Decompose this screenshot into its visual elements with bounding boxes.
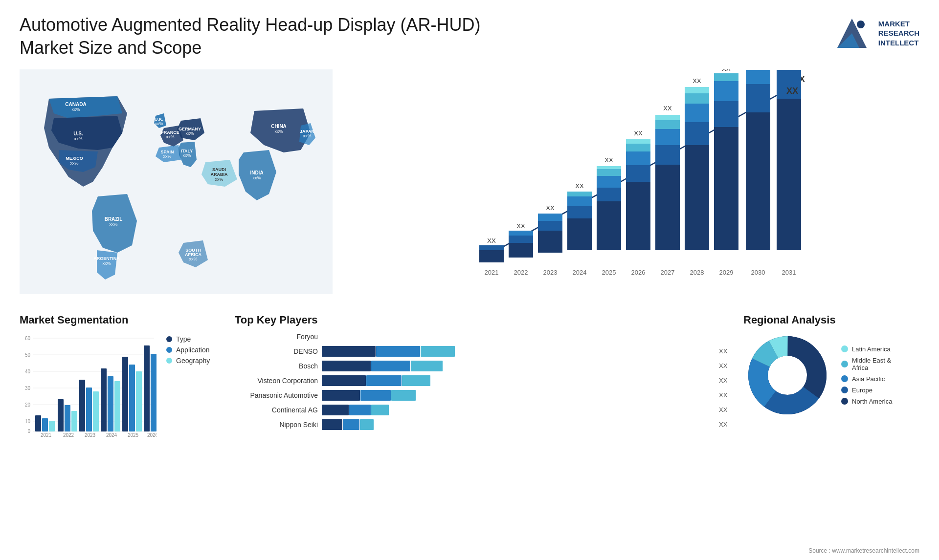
- legend-europe: Europe: [841, 387, 892, 394]
- key-players-section: Top Key Players Foryou DENSO XX Bosch XX: [235, 314, 734, 434]
- svg-rect-50: [538, 214, 562, 221]
- svg-rect-90: [714, 73, 738, 81]
- svg-text:2027: 2027: [661, 269, 675, 276]
- legend-label-geography: Geography: [176, 357, 210, 365]
- svg-rect-44: [509, 236, 533, 243]
- svg-rect-76: [655, 120, 680, 129]
- title-line2: Market Size and Scope: [20, 38, 201, 58]
- dot-latin-america: [841, 345, 848, 352]
- svg-text:ARGENTINA: ARGENTINA: [93, 256, 120, 261]
- svg-rect-133: [136, 371, 142, 431]
- svg-text:CANADA: CANADA: [65, 102, 86, 107]
- svg-text:xx%: xx%: [185, 131, 194, 136]
- svg-point-144: [769, 357, 806, 394]
- svg-text:XX: XX: [693, 77, 701, 85]
- label-mea: Middle East &Africa: [852, 357, 891, 371]
- svg-rect-129: [114, 381, 120, 431]
- svg-text:xx%: xx%: [70, 161, 78, 166]
- player-bar-seg: [322, 346, 376, 357]
- svg-text:2023: 2023: [85, 432, 96, 438]
- svg-text:60: 60: [25, 336, 31, 341]
- svg-text:2031: 2031: [782, 269, 796, 276]
- svg-text:xx%: xx%: [182, 153, 191, 158]
- svg-rect-117: [49, 421, 55, 431]
- svg-rect-116: [42, 418, 48, 431]
- svg-point-2: [857, 21, 865, 28]
- svg-text:ARABIA: ARABIA: [211, 172, 228, 177]
- logo-text: MARKET RESEARCH INTELLECT: [878, 19, 919, 48]
- svg-rect-127: [101, 368, 107, 431]
- logo-line1: MARKET: [878, 19, 919, 29]
- svg-rect-49: [538, 221, 562, 231]
- logo-icon: [832, 14, 872, 53]
- segmentation-chart: 60 50 40 30 20 10 0: [20, 331, 156, 444]
- svg-rect-89: [714, 81, 738, 101]
- dot-europe: [841, 387, 848, 393]
- svg-text:XX: XX: [722, 69, 731, 72]
- svg-text:XX: XX: [487, 237, 496, 244]
- legend-label-application: Application: [176, 346, 210, 354]
- legend-type: Type: [166, 335, 210, 343]
- svg-text:xx%: xx%: [71, 107, 80, 112]
- svg-rect-39: [479, 250, 504, 262]
- svg-rect-84: [685, 87, 709, 93]
- svg-rect-97: [777, 99, 801, 250]
- svg-text:xx%: xx%: [189, 257, 197, 261]
- svg-rect-55: [567, 196, 592, 206]
- svg-text:50: 50: [25, 352, 31, 358]
- legend-dot-geography: [166, 358, 172, 364]
- svg-rect-131: [122, 357, 128, 431]
- svg-rect-121: [71, 411, 77, 431]
- bottom-section: Market Segmentation 60 50 40 30 20 10 0: [0, 304, 939, 451]
- svg-rect-83: [685, 93, 709, 104]
- svg-rect-54: [567, 206, 592, 218]
- svg-rect-82: [685, 104, 709, 122]
- svg-text:2022: 2022: [514, 269, 528, 276]
- logo-block: MARKET RESEARCH INTELLECT: [832, 14, 919, 53]
- svg-rect-63: [597, 166, 621, 169]
- svg-text:2028: 2028: [690, 269, 704, 276]
- svg-text:SAUDI: SAUDI: [212, 167, 226, 172]
- page-title: Automotive Augmented Reality Head-up Dis…: [20, 14, 480, 60]
- segmentation-section: Market Segmentation 60 50 40 30 20 10 0: [20, 314, 225, 446]
- svg-rect-95: [746, 70, 770, 84]
- svg-text:XX: XX: [575, 182, 584, 190]
- svg-text:20: 20: [25, 402, 31, 408]
- svg-text:XX: XX: [786, 86, 798, 96]
- player-foryou: Foryou: [235, 331, 734, 342]
- svg-rect-136: [151, 354, 156, 431]
- svg-rect-70: [626, 139, 650, 144]
- label-latin-america: Latin America: [852, 345, 891, 353]
- title-line1: Automotive Augmented Reality Head-up Dis…: [20, 15, 480, 35]
- svg-rect-69: [626, 144, 650, 151]
- map-section: CANADA xx% U.S. xx% MEXICO xx% BRAZIL xx…: [20, 69, 333, 304]
- svg-rect-40: [479, 245, 504, 250]
- legend-label-type: Type: [176, 335, 191, 343]
- segmentation-legend: Type Application Geography: [166, 335, 210, 365]
- svg-text:2025: 2025: [602, 269, 616, 276]
- svg-text:xx%: xx%: [303, 133, 311, 138]
- svg-text:2021: 2021: [41, 432, 52, 438]
- svg-rect-75: [655, 129, 680, 145]
- svg-rect-120: [65, 405, 70, 431]
- svg-rect-45: [509, 231, 533, 236]
- svg-rect-123: [79, 380, 85, 431]
- svg-rect-67: [626, 165, 650, 182]
- header: Automotive Augmented Reality Head-up Dis…: [0, 0, 939, 69]
- svg-text:2026: 2026: [631, 269, 646, 276]
- svg-text:2029: 2029: [719, 269, 734, 276]
- svg-text:0: 0: [27, 429, 30, 434]
- svg-text:xx%: xx%: [109, 222, 117, 227]
- svg-rect-115: [35, 415, 41, 431]
- player-panasonic: Panasonic Automotive XX: [235, 390, 734, 401]
- player-nippon: Nippon Seiki XX: [235, 419, 734, 430]
- svg-text:xx%: xx%: [252, 175, 261, 180]
- svg-rect-74: [655, 145, 680, 165]
- svg-text:2024: 2024: [106, 432, 117, 438]
- svg-text:XX: XX: [663, 105, 672, 112]
- svg-rect-93: [746, 112, 770, 250]
- legend-dot-type: [166, 336, 172, 342]
- segmentation-title: Market Segmentation: [20, 314, 225, 326]
- svg-rect-132: [129, 365, 135, 431]
- legend-mea: Middle East &Africa: [841, 357, 892, 371]
